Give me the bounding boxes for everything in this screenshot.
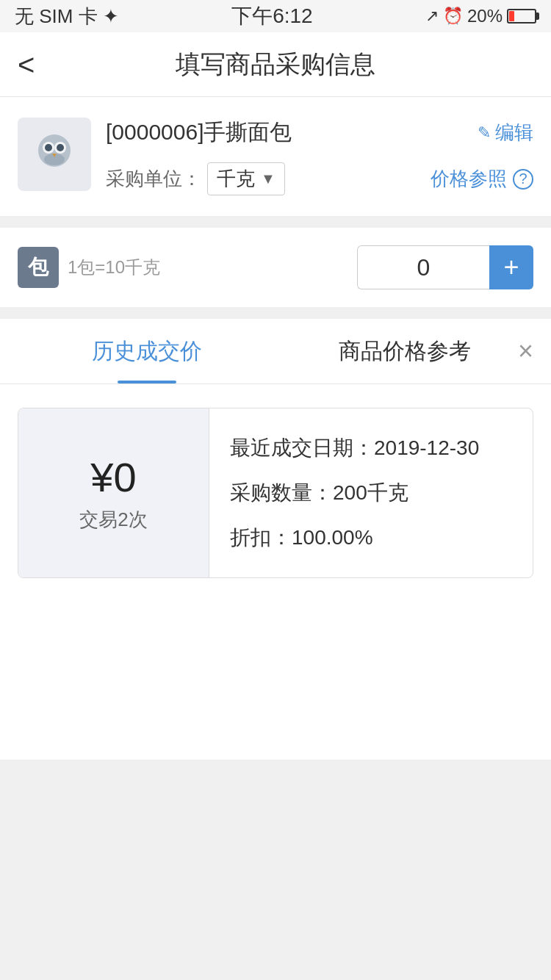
product-name: [0000006]手撕面包 xyxy=(106,118,292,148)
trade-count: 交易2次 xyxy=(79,507,147,533)
panel-content: ¥0 交易2次 最近成交日期：2019-12-30 采购数量：200千克 折扣：… xyxy=(0,384,551,602)
tab-price-reference[interactable]: 商品价格参考 xyxy=(276,319,533,383)
status-right: ↗ ⏰ 20% xyxy=(425,6,536,26)
help-icon: ? xyxy=(513,169,533,190)
unit-conversion-note: 1包=10千克 xyxy=(68,256,160,279)
price-card-left: ¥0 交易2次 xyxy=(18,408,209,577)
price-panel: 历史成交价 商品价格参考 × ¥0 交易2次 最近成交日期：2019-12-30… xyxy=(0,319,551,760)
quantity-right: 0 + xyxy=(357,245,533,289)
page-title: 填写商品采购信息 xyxy=(176,48,375,82)
price-amount: 0 xyxy=(114,454,137,500)
section-divider-1 xyxy=(0,216,551,228)
sim-label: 无 SIM 卡 ✦ xyxy=(15,4,119,29)
recent-date-row: 最近成交日期：2019-12-30 xyxy=(230,432,512,465)
status-time: 下午6:12 xyxy=(231,2,313,30)
tab-active-indicator xyxy=(118,381,176,383)
nav-bar: < 填写商品采购信息 xyxy=(0,32,551,97)
tab-history-label: 历史成交价 xyxy=(92,336,202,367)
price-ref-label: 价格参照 xyxy=(431,166,507,192)
alarm-icon: ⏰ xyxy=(443,7,463,26)
price-display: ¥0 xyxy=(90,453,136,501)
edit-button[interactable]: ✎ 编辑 xyxy=(478,120,533,145)
quantity-input[interactable]: 0 xyxy=(357,245,489,289)
currency-symbol: ¥ xyxy=(90,454,113,500)
product-section: [0000006]手撕面包 ✎ 编辑 采购单位： 千克 ▼ 价格参照 ? xyxy=(0,97,551,216)
quantity-left: 包 1包=10千克 xyxy=(18,247,160,288)
back-button[interactable]: < xyxy=(18,50,35,79)
unit-value: 千克 xyxy=(217,166,255,192)
unit-label: 采购单位： xyxy=(106,166,201,192)
location-icon: ↗ xyxy=(425,7,439,26)
battery-icon xyxy=(507,9,536,24)
purchase-qty-row: 采购数量：200千克 xyxy=(230,477,512,510)
product-info: [0000006]手撕面包 ✎ 编辑 采购单位： 千克 ▼ 价格参照 ? xyxy=(106,118,533,195)
product-header: [0000006]手撕面包 ✎ 编辑 xyxy=(106,118,533,148)
status-bar: 无 SIM 卡 ✦ 下午6:12 ↗ ⏰ 20% xyxy=(0,0,551,32)
panel-close-button[interactable]: × xyxy=(518,338,533,364)
price-card: ¥0 交易2次 最近成交日期：2019-12-30 采购数量：200千克 折扣：… xyxy=(18,408,533,578)
battery-percent: 20% xyxy=(467,6,503,26)
price-ref-button[interactable]: 价格参照 ? xyxy=(431,166,533,192)
panel-tabs: 历史成交价 商品价格参考 × xyxy=(0,319,551,384)
edit-label: 编辑 xyxy=(495,120,533,145)
status-left: 无 SIM 卡 ✦ xyxy=(15,4,119,29)
svg-point-4 xyxy=(57,144,64,151)
dropdown-arrow-icon: ▼ xyxy=(261,170,276,187)
quantity-increment-button[interactable]: + xyxy=(489,245,533,289)
price-card-right: 最近成交日期：2019-12-30 采购数量：200千克 折扣：100.00% xyxy=(209,408,533,577)
tab-history-price[interactable]: 历史成交价 xyxy=(18,319,276,383)
unit-select[interactable]: 千克 ▼ xyxy=(207,162,285,195)
edit-icon: ✎ xyxy=(478,123,491,143)
tab-price-ref-label: 商品价格参考 xyxy=(339,336,471,367)
unit-badge: 包 xyxy=(18,247,59,288)
quantity-row: 包 1包=10千克 0 + xyxy=(0,228,551,307)
product-thumbnail xyxy=(18,118,91,191)
panel-divider xyxy=(0,307,551,319)
product-unit-row: 采购单位： 千克 ▼ 价格参照 ? xyxy=(106,162,533,195)
product-image-icon xyxy=(29,129,80,180)
discount-row: 折扣：100.00% xyxy=(230,522,512,555)
svg-point-3 xyxy=(45,144,52,151)
